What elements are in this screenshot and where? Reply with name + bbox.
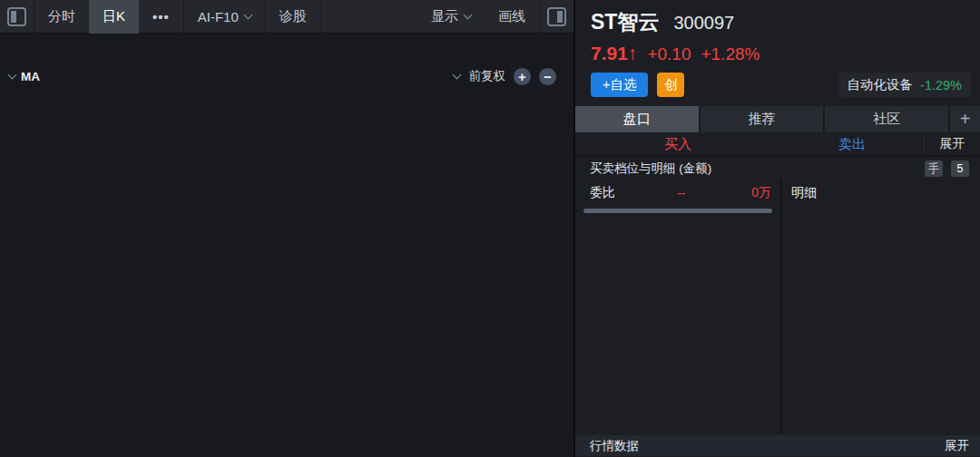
chinext-board-badge[interactable]: 创 — [657, 73, 684, 97]
toggle-right-panel-button[interactable] — [540, 0, 573, 34]
ai-f10-button[interactable]: AI-F10 — [184, 0, 265, 34]
zoom-out-button[interactable]: − — [539, 68, 556, 85]
industry-link[interactable]: 自动化设备 -1.29% — [838, 73, 971, 97]
ma-legend-bar: MA 前复权 + − — [0, 63, 573, 90]
plus-icon: + — [960, 109, 971, 130]
book-section-title: 买卖档位与明细 (金额) — [590, 160, 711, 177]
add-watchlist-button[interactable]: +自选 — [591, 73, 648, 97]
more-periods-button[interactable]: ••• — [139, 0, 183, 34]
panel-right-icon — [547, 7, 566, 26]
buy-button[interactable]: 买入 — [575, 136, 780, 153]
quote-data-title: 行情数据 — [590, 438, 639, 454]
stock-name: ST智云 — [591, 8, 659, 36]
panel-tab-bar: 盘口 推荐 社区 + — [575, 106, 980, 132]
chevron-down-icon — [8, 70, 17, 79]
industry-name: 自动化设备 — [848, 76, 914, 93]
price-change-percent: +1.28% — [701, 44, 760, 64]
tab-order-book[interactable]: 盘口 — [575, 106, 699, 132]
chart-toolbar: 分时 日K ••• AI-F10 诊股 显示 画线 — [0, 0, 573, 34]
tab-recommend[interactable]: 推荐 — [701, 106, 824, 132]
book-splitter[interactable] — [575, 205, 780, 216]
ma-group-label[interactable]: MA — [21, 70, 40, 83]
toggle-left-panel-button[interactable] — [0, 0, 34, 34]
tab-community[interactable]: 社区 — [825, 106, 948, 132]
display-menu-button[interactable]: 显示 — [417, 0, 485, 34]
chevron-down-icon — [452, 70, 461, 79]
kline-chart[interactable] — [0, 90, 573, 456]
detail-header: 明细 — [782, 180, 980, 205]
order-book-column: 委比 -- 0万 — [575, 180, 780, 434]
level-count-badge[interactable]: 5 — [951, 160, 969, 177]
weibi-label: 委比 — [575, 185, 639, 201]
zoom-in-button[interactable]: + — [514, 68, 531, 85]
price-change: +0.10 — [647, 44, 691, 64]
add-tab-button[interactable]: + — [950, 106, 980, 132]
stock-code: 300097 — [673, 13, 734, 34]
adjust-mode-selector[interactable]: 前复权 — [469, 68, 506, 84]
weibi-value: -- — [639, 186, 724, 200]
display-label: 显示 — [431, 8, 458, 25]
ai-f10-label: AI-F10 — [198, 9, 239, 24]
expand-trade-button[interactable]: 展开 — [924, 136, 980, 152]
panel-left-icon — [7, 7, 26, 26]
draw-line-button[interactable]: 画线 — [485, 0, 539, 34]
current-price: 7.91↑ — [591, 43, 637, 64]
diagnose-stock-button[interactable]: 诊股 — [266, 0, 320, 34]
chart-panel: 分时 日K ••• AI-F10 诊股 显示 画线 MA 前复权 + − — [0, 0, 573, 457]
quote-panel: ST智云 300097 7.91↑ +0.10 +1.28% +自选 创 自动化… — [573, 0, 980, 457]
unit-lots-badge[interactable]: 手 — [925, 160, 944, 177]
tick-detail-column: 明细 — [780, 180, 980, 434]
industry-change-percent: -1.29% — [920, 78, 962, 92]
tab-minute-chart[interactable]: 分时 — [34, 0, 89, 34]
sell-button[interactable]: 卖出 — [780, 136, 924, 153]
toolbar-divider — [320, 0, 321, 34]
tab-daily-kline[interactable]: 日K — [89, 0, 139, 34]
weibi-amount: 0万 — [724, 185, 780, 201]
stock-tags — [0, 34, 573, 63]
splitter-grip-icon — [583, 209, 772, 213]
chevron-down-icon — [243, 10, 252, 19]
chevron-down-icon — [464, 10, 473, 19]
expand-quote-data-button[interactable]: 展开 — [945, 438, 969, 454]
